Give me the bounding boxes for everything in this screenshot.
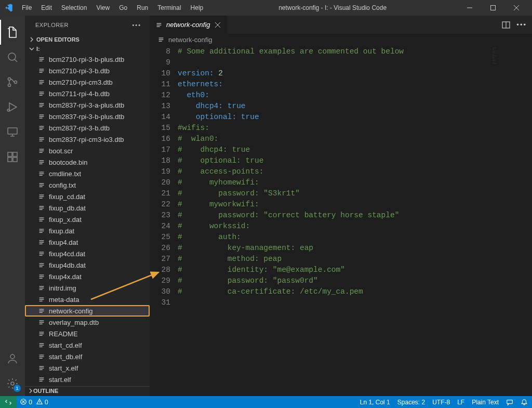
menu-view[interactable]: View	[92, 2, 114, 14]
svg-rect-114	[157, 24, 162, 25]
language-mode[interactable]: Plain Text	[472, 399, 499, 406]
file-item[interactable]: config.txt	[25, 179, 150, 191]
indentation-status[interactable]: Spaces: 2	[397, 399, 425, 406]
code-body[interactable]: # Some additional examples are commented…	[178, 45, 532, 396]
file-item[interactable]: fixup4.dat	[25, 236, 150, 248]
encoding-status[interactable]: UTF-8	[432, 399, 450, 406]
file-item[interactable]: initrd.img	[25, 282, 150, 294]
code-editor[interactable]: 8910111213141516171819202122232425262728…	[150, 45, 532, 396]
menu-edit[interactable]: Edit	[37, 2, 56, 14]
notifications-icon[interactable]	[521, 399, 528, 406]
svg-rect-54	[39, 185, 44, 186]
menu-go[interactable]: Go	[115, 2, 131, 14]
file-item[interactable]: bcm2710-rpi-3-b-plus.dtb	[25, 54, 150, 65]
minimize-button[interactable]	[458, 0, 481, 16]
remote-explorer-tab-icon[interactable]	[0, 120, 25, 144]
file-item[interactable]: bcm2711-rpi-4-b.dtb	[25, 88, 150, 99]
file-item[interactable]: network-config	[25, 305, 150, 317]
extensions-tab-icon[interactable]	[0, 144, 25, 169]
svg-rect-43	[39, 141, 43, 141]
menu-selection[interactable]: Selection	[57, 2, 91, 14]
svg-rect-44	[39, 149, 44, 150]
file-item[interactable]: overlay_map.dtb	[25, 317, 150, 328]
problems-status[interactable]: 0 0	[20, 398, 48, 406]
file-item[interactable]: bcm2837-rpi-3-b.dtb	[25, 122, 150, 134]
accounts-icon[interactable]	[0, 346, 25, 371]
svg-rect-46	[39, 152, 43, 153]
file-item[interactable]: bcm2837-rpi-cm3-io3.dtb	[25, 134, 150, 145]
cursor-position[interactable]: Ln 1, Col 1	[360, 399, 390, 406]
svg-rect-28	[39, 84, 43, 84]
file-item[interactable]: README	[25, 328, 150, 339]
svg-rect-99	[39, 357, 44, 357]
file-item[interactable]: fixup_db.dat	[25, 202, 150, 214]
file-label: bcm2837-rpi-3-b-plus.dtb	[49, 113, 124, 121]
file-item[interactable]: bcm2837-rpi-3-a-plus.dtb	[25, 99, 150, 111]
svg-rect-66	[39, 231, 44, 231]
file-item[interactable]: cmdline.txt	[25, 168, 150, 179]
explorer-tab-icon[interactable]	[0, 20, 25, 45]
minimap[interactable]: ▬▬▬▬▬▬▬▬▬▬▬▬▬▬▬▬▬▬▬▬▬▬▬▬▬▬▬▬▬▬▬▬▬▬▬▬▬▬▬▬…	[490, 45, 527, 123]
svg-rect-71	[39, 252, 44, 253]
svg-rect-41	[39, 138, 44, 138]
svg-rect-101	[39, 366, 44, 367]
file-item[interactable]: start_x.elf	[25, 362, 150, 374]
file-list: bcm2710-rpi-3-b-plus.dtbbcm2710-rpi-3-b.…	[25, 54, 150, 386]
svg-rect-122	[159, 41, 162, 42]
run-debug-tab-icon[interactable]	[0, 95, 25, 120]
file-item[interactable]: fixup4x.dat	[25, 271, 150, 282]
editor-more-icon[interactable]: •••	[516, 21, 527, 29]
workspace-root-section[interactable]: I:	[25, 44, 150, 54]
menu-terminal[interactable]: Terminal	[153, 2, 185, 14]
file-item[interactable]: fixup_cd.dat	[25, 191, 150, 202]
explorer-title: EXPLORER	[35, 22, 69, 28]
file-item[interactable]: bcm2837-rpi-3-b-plus.dtb	[25, 111, 150, 122]
outline-section[interactable]: OUTLINE	[25, 386, 150, 395]
file-item[interactable]: start_db.elf	[25, 351, 150, 362]
menu-run[interactable]: Run	[132, 2, 152, 14]
file-item[interactable]: start_cd.elf	[25, 339, 150, 351]
explorer-more-icon[interactable]: •••	[132, 22, 141, 28]
feedback-icon[interactable]	[506, 399, 513, 406]
breadcrumb[interactable]: network-config	[150, 34, 532, 45]
file-item[interactable]: meta-data	[25, 294, 150, 305]
file-item[interactable]: start.elf	[25, 374, 150, 385]
file-icon	[37, 147, 46, 155]
source-control-tab-icon[interactable]	[0, 70, 25, 95]
file-item[interactable]: bcm2710-rpi-3-b.dtb	[25, 65, 150, 76]
file-item[interactable]: fixup4db.dat	[25, 259, 150, 271]
svg-rect-25	[39, 72, 43, 73]
editor-tab-network-config[interactable]: network-config	[150, 16, 228, 34]
file-item[interactable]: fixup4cd.dat	[25, 248, 150, 259]
file-icon	[37, 352, 46, 361]
menu-help[interactable]: Help	[187, 2, 208, 14]
open-editors-section[interactable]: OPEN EDITORS	[25, 35, 150, 44]
remote-indicator-icon[interactable]	[0, 396, 17, 408]
file-icon	[37, 135, 46, 143]
file-label: fixup4cd.dat	[49, 250, 85, 258]
close-tab-icon[interactable]	[214, 21, 222, 29]
file-label: fixup_db.dat	[49, 204, 86, 212]
svg-rect-24	[39, 71, 44, 71]
svg-point-10	[7, 109, 9, 111]
file-item[interactable]: bcm2710-rpi-cm3.dtb	[25, 76, 150, 88]
svg-rect-37	[39, 118, 43, 119]
file-item[interactable]: bootcode.bin	[25, 156, 150, 168]
file-item[interactable]: fixup_x.dat	[25, 214, 150, 225]
svg-rect-91	[39, 324, 43, 324]
svg-rect-73	[39, 255, 43, 256]
window-title: network-config - I: - Visual Studio Code	[207, 4, 458, 11]
open-editors-label: OPEN EDITORS	[36, 36, 79, 43]
file-item[interactable]: fixup.dat	[25, 225, 150, 236]
eol-status[interactable]: LF	[457, 399, 464, 406]
settings-gear-icon[interactable]: 1	[0, 371, 25, 396]
file-item[interactable]: boot.scr	[25, 145, 150, 156]
file-label: bcm2710-rpi-3-b.dtb	[49, 67, 110, 75]
menu-file[interactable]: File	[18, 2, 36, 14]
split-editor-icon[interactable]	[502, 21, 510, 29]
svg-rect-62	[39, 218, 44, 218]
maximize-button[interactable]	[481, 0, 504, 16]
close-button[interactable]	[504, 0, 528, 16]
search-tab-icon[interactable]	[0, 45, 25, 70]
settings-badge: 1	[14, 385, 21, 392]
